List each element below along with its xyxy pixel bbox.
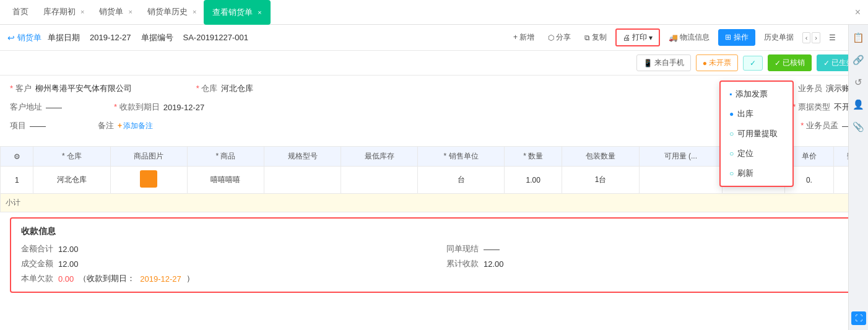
right-panel: 📋 🔗 ↺ 👤 📎 ⛶ <box>848 25 868 330</box>
refresh-label: 刷新 <box>737 168 753 179</box>
new-button-label: + 新增 <box>513 32 534 43</box>
already-sold-label: 已核销 <box>783 58 805 68</box>
plus-icon: + <box>118 121 122 130</box>
same-order-settle-label: 同单现结 <box>446 243 479 254</box>
from-phone-button[interactable]: 📱 来自手机 <box>636 54 691 71</box>
date-value: 2019-12-27 <box>90 33 131 42</box>
tab-view-sales-order-label: 查看销货单 <box>212 7 253 18</box>
right-icon-1[interactable]: 📋 <box>850 30 867 46</box>
share-icon: ⬡ <box>548 33 554 42</box>
print-button[interactable]: 🖨 打印 ▾ <box>615 28 660 46</box>
deal-amount-row: 成交金额 12.00 <box>21 258 422 269</box>
due-date-label: 收款到期日 <box>114 102 160 113</box>
col-product: * 商品 <box>187 147 264 167</box>
new-button[interactable]: + 新增 <box>508 30 539 45</box>
tab-inventory-init-label: 库存期初 <box>43 6 76 17</box>
logistics-button-label: 物流信息 <box>680 32 710 43</box>
history-button-label: 历史单据 <box>764 32 794 43</box>
share-button-label: 分享 <box>556 32 571 43</box>
tab-inventory-init[interactable]: 库存期初 × <box>36 0 92 25</box>
row-pkg-qty: 1台 <box>562 167 639 194</box>
right-icon-4[interactable]: 👤 <box>850 97 867 113</box>
main-content: ↩ 销货单 单据日期 2019-12-27 单据编号 SA-20191227-0… <box>0 25 868 330</box>
right-icon-3[interactable]: ↺ <box>852 74 865 90</box>
col-gear: ⚙ <box>1 147 33 167</box>
nav-prev[interactable]: ‹ <box>802 32 811 43</box>
right-icon-2[interactable]: 🔗 <box>850 52 867 68</box>
nav-arrows: ‹ › <box>802 32 820 43</box>
warehouse-field: 仓库 河北仓库 <box>196 83 254 94</box>
col-unit: * 销售单位 <box>418 147 504 167</box>
outbound-label: 出库 <box>737 108 753 119</box>
already-sold-button[interactable]: ✓ 已核销 <box>768 54 812 71</box>
row-min-stock <box>341 167 418 194</box>
col-pkg-qty: 包装数量 <box>562 147 639 167</box>
operation-icon: ⊞ <box>725 33 731 41</box>
operation-button[interactable]: ⊞ 操作 <box>718 29 755 46</box>
dropdown-locate[interactable]: ○ 定位 <box>721 144 792 163</box>
dropdown-refresh[interactable]: ○ 刷新 <box>721 163 792 183</box>
toolbar-left: ↩ 销货单 单据日期 2019-12-27 单据编号 SA-20191227-0… <box>7 32 248 43</box>
tab-sales-order[interactable]: 销货单 × <box>92 0 139 25</box>
history-button[interactable]: 历史单据 <box>759 30 799 45</box>
total-received-row: 累计收款 12.00 <box>446 258 847 269</box>
right-icon-5[interactable]: 📎 <box>850 119 867 135</box>
order-owed-end: ） <box>186 273 194 284</box>
print-button-label: 打印 <box>632 32 647 43</box>
confirm-button[interactable]: ✓ <box>743 56 763 71</box>
logistics-button[interactable]: 🚚 物流信息 <box>664 30 714 45</box>
col-qty: * 数量 <box>504 147 562 167</box>
col-min-stock: 最低库存 <box>341 147 418 167</box>
global-close-icon[interactable]: × <box>855 7 861 18</box>
locate-label: 定位 <box>737 148 753 159</box>
order-owed-note: （收款到期日： <box>79 273 135 284</box>
salesperson-label: 业务员 <box>798 83 822 94</box>
note-field: 备注 + 添加备注 <box>98 120 153 131</box>
share-button[interactable]: ⬡ 分享 <box>543 30 576 45</box>
warehouse-label: 仓库 <box>196 83 218 94</box>
tab-home[interactable]: 首页 <box>5 0 36 25</box>
col-img: 商品图片 <box>110 147 187 167</box>
ticket-icon: ● <box>703 59 707 67</box>
dropdown-available-extract[interactable]: ○ 可用量提取 <box>721 124 792 144</box>
summary-panel: 收款信息 金额合计 12.00 同单现结 —— 成交金额 12.00 累计收款 … <box>10 217 858 293</box>
not-opened-button[interactable]: ● 未开票 <box>696 54 738 71</box>
tab-bar: 首页 库存期初 × 销货单 × 销货单历史 × 查看销货单 × × <box>0 0 868 25</box>
table-subtotal-row: 小计 <box>1 194 868 212</box>
tab-sales-order-close[interactable]: × <box>128 8 132 15</box>
dropdown-outbound[interactable]: ● 出库 <box>721 104 792 124</box>
doc-icon: ↩ <box>7 33 15 43</box>
dropdown-add-invoice[interactable]: ▪ 添加发票 <box>721 84 792 104</box>
tab-view-sales-order[interactable]: 查看销货单 × <box>204 0 270 25</box>
nav-next[interactable]: › <box>812 32 820 43</box>
tab-inventory-init-close[interactable]: × <box>80 8 84 15</box>
row-spec <box>264 167 341 194</box>
summary-grid: 金额合计 12.00 同单现结 —— 成交金额 12.00 累计收款 12.00… <box>21 243 847 284</box>
tab-sales-history[interactable]: 销货单历史 × <box>140 0 204 25</box>
row-warehouse: 河北仓库 <box>33 167 110 194</box>
col-available: 可用量 (... <box>639 147 722 167</box>
right-icon-expand[interactable]: ⛶ <box>851 311 866 325</box>
print-dropdown-arrow: ▾ <box>649 33 653 42</box>
add-note-label: 添加备注 <box>123 121 153 131</box>
doc-type-label: 销货单 <box>17 32 41 43</box>
tab-view-sales-order-close[interactable]: × <box>258 9 261 16</box>
view-list-button[interactable]: ☰ <box>824 32 841 44</box>
total-amount-row: 金额合计 12.00 <box>21 243 422 254</box>
row-product: 嘻嘻嘻嘻 <box>187 167 264 194</box>
tab-sales-order-label: 销货单 <box>99 6 123 17</box>
address-label: 客户地址 <box>10 102 42 113</box>
tab-sales-history-close[interactable]: × <box>193 8 196 15</box>
phone-icon: 📱 <box>643 59 653 67</box>
add-note-link[interactable]: + 添加备注 <box>118 121 153 131</box>
ticket-type-label: 票据类型 <box>792 102 830 113</box>
copy-button[interactable]: ⧉ 复制 <box>579 30 612 45</box>
order-owed-label: 本单欠款 <box>21 273 53 284</box>
project-label: 项目 <box>10 120 26 131</box>
col-warehouse: * 仓库 <box>33 147 110 167</box>
refresh-icon: ○ <box>729 169 734 178</box>
not-opened-label: 未开票 <box>709 58 731 68</box>
available-extract-label: 可用量提取 <box>737 128 778 139</box>
address-field: 客户地址 —— <box>10 102 62 113</box>
copy-button-label: 复制 <box>592 32 607 43</box>
